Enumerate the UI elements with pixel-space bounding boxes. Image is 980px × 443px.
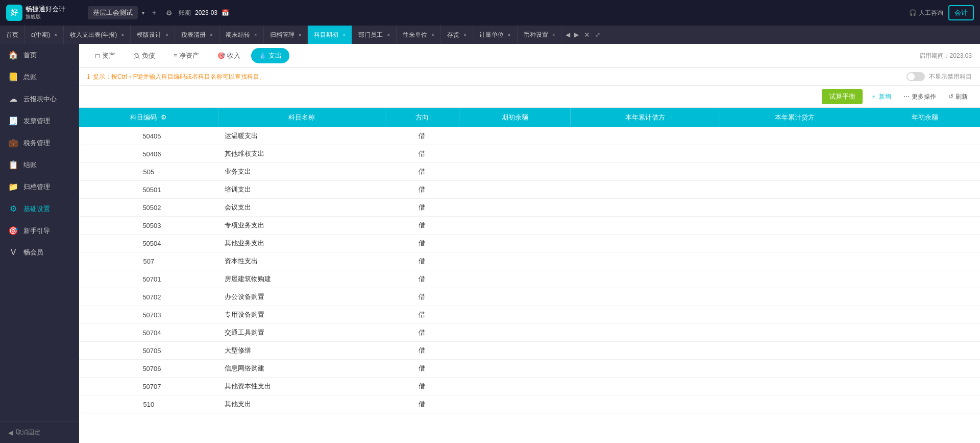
company-name[interactable]: 基层工会测试: [88, 6, 138, 19]
cell-name: 培训支出: [218, 181, 385, 199]
refresh-button[interactable]: ↺ 刷新: [944, 90, 972, 104]
table-row[interactable]: 50405 运温暖支出 借: [79, 127, 980, 145]
table-row[interactable]: 50707 其他资本性支出 借: [79, 378, 980, 395]
settings-icon[interactable]: ⚙: [164, 7, 175, 19]
cell-ytd-credit: [720, 288, 869, 306]
tab-close-icon[interactable]: ×: [552, 32, 555, 38]
tab-subject-init[interactable]: 科目期初 ×: [308, 26, 352, 44]
sub-tab-net-assets[interactable]: ≡ 净资产: [166, 48, 207, 63]
cell-ytd-debit: [571, 127, 720, 145]
table-row[interactable]: 50705 大型修缮 借: [79, 342, 980, 360]
table-row[interactable]: 50703 专用设备购置 借: [79, 306, 980, 324]
sidebar: 🏠 首页 📒 总账 ☁ 云报表中心 🧾 发票管理 💼 税务管理 📋 结账 📁 归…: [0, 44, 79, 443]
logo-text-group: 畅捷通好会计 旗舰版: [26, 5, 65, 20]
calc-balance-button[interactable]: 试算平衡: [822, 89, 863, 104]
table-row[interactable]: 50502 会议支出 借: [79, 199, 980, 217]
company-dropdown-icon[interactable]: ▾: [142, 10, 144, 16]
tab-label: 模版设计: [137, 31, 161, 39]
col-ytd-credit: 本年累计贷方: [720, 108, 869, 127]
tab-measure[interactable]: 计量单位 ×: [473, 26, 518, 44]
tab-home[interactable]: 首页: [0, 26, 25, 44]
tab-close-all-icon[interactable]: ✕: [581, 30, 593, 40]
toggle-area: 不显示禁用科目: [906, 72, 972, 81]
tab-label: 往来单位: [403, 31, 427, 39]
table-row[interactable]: 50706 信息网络购建 借: [79, 360, 980, 378]
tab-period-end[interactable]: 期末结转 ×: [219, 26, 264, 44]
help-button[interactable]: 🎧 人工咨询: [909, 9, 943, 17]
table-row[interactable]: 50501 培训支出 借: [79, 181, 980, 199]
col-settings-icon[interactable]: ⚙: [161, 113, 167, 121]
tab-close-icon[interactable]: ×: [210, 32, 213, 38]
tab-inventory[interactable]: 存货 ×: [441, 26, 473, 44]
sidebar-item-guide[interactable]: 🎯 新手引导: [0, 220, 79, 242]
tab-close-icon[interactable]: ×: [299, 32, 302, 38]
tab-close-icon[interactable]: ×: [508, 32, 511, 38]
settings-gear-icon: ⚙: [8, 204, 18, 214]
sub-tab-income[interactable]: 🎯 收入: [210, 48, 248, 63]
table-row[interactable]: 50702 办公设备购置 借: [79, 288, 980, 306]
table-row[interactable]: 50503 专项业务支出 借: [79, 217, 980, 235]
sidebar-item-archive[interactable]: 📁 归档管理: [0, 176, 79, 198]
tab-dept[interactable]: 部门员工 ×: [352, 26, 397, 44]
sub-tab-liabilities[interactable]: 负 负债: [126, 48, 163, 63]
sub-tab-assets[interactable]: ◻ 资产: [87, 48, 123, 63]
tab-close-icon[interactable]: ×: [254, 32, 257, 38]
sidebar-item-report[interactable]: ☁ 云报表中心: [0, 88, 79, 110]
tab-label: 期末结转: [226, 31, 250, 39]
tab-label: 科目期初: [314, 31, 338, 39]
kuaiji-button[interactable]: 会计: [948, 5, 974, 20]
calendar-icon[interactable]: 📅: [222, 9, 229, 16]
sidebar-label: 首页: [23, 51, 37, 60]
table-row[interactable]: 510 其他支出 借: [79, 395, 980, 413]
cell-code: 50707: [79, 378, 218, 395]
sidebar-item-tax[interactable]: 💼 税务管理: [0, 132, 79, 154]
cell-code: 50702: [79, 288, 218, 306]
tab-currency[interactable]: 币种设置 ×: [518, 26, 562, 44]
tab-expand-icon[interactable]: ⤢: [593, 30, 602, 39]
cell-year-opening: [869, 342, 980, 360]
cell-ytd-debit: [571, 163, 720, 181]
table-row[interactable]: 507 资本性支出 借: [79, 252, 980, 270]
disable-toggle[interactable]: [906, 72, 925, 81]
tab-close-icon[interactable]: ×: [463, 32, 467, 38]
sidebar-item-home[interactable]: 🏠 首页: [0, 44, 79, 66]
table-row[interactable]: 505 业务支出 借: [79, 163, 980, 181]
add-button[interactable]: ＋ 新增: [867, 90, 895, 104]
cell-ytd-debit: [571, 288, 720, 306]
tab-archive[interactable]: 归档管理 ×: [264, 26, 308, 44]
sidebar-item-member[interactable]: V 畅会员: [0, 242, 79, 263]
add-tab-icon[interactable]: ＋: [149, 6, 160, 19]
tab-close-icon[interactable]: ×: [165, 32, 168, 38]
sub-tab-expense[interactable]: 💧 支出: [251, 48, 289, 63]
tab-income-year[interactable]: 收入支出表(年报) ×: [64, 26, 131, 44]
sidebar-pin-toggle[interactable]: ◀ 取消固定: [0, 422, 79, 443]
sidebar-item-ledger[interactable]: 📒 总账: [0, 66, 79, 88]
cell-ytd-credit: [720, 378, 869, 395]
tab-close-icon[interactable]: ×: [431, 32, 434, 38]
cell-ytd-credit: [720, 306, 869, 324]
sidebar-label: 畅会员: [23, 248, 43, 257]
tab-close-icon[interactable]: ×: [121, 32, 124, 38]
tab-middle-period[interactable]: ε(中期) ×: [25, 26, 64, 44]
table-row[interactable]: 50704 交通工具购置 借: [79, 324, 980, 342]
sidebar-item-settings[interactable]: ⚙ 基础设置: [0, 198, 79, 220]
cell-opening: [459, 306, 571, 324]
tab-close-icon[interactable]: ×: [342, 32, 346, 38]
table-row[interactable]: 50504 其他业务支出 借: [79, 235, 980, 252]
top-bar: 好 畅捷通好会计 旗舰版 基层工会测试 ▾ ＋ ⚙ 账期 2023-03 📅 🎧…: [0, 0, 980, 26]
more-actions-button[interactable]: ⋯ 更多操作: [899, 90, 940, 104]
cell-year-opening: [869, 324, 980, 342]
tab-close-icon[interactable]: ×: [54, 32, 57, 38]
tab-partners[interactable]: 往来单位 ×: [397, 26, 441, 44]
table-wrapper: 科目编码 ⚙ 科目名称 方向 期初余额 本年累计借方 本年累计贷方 年初余额 5…: [79, 108, 980, 443]
tab-next-icon[interactable]: ▶: [572, 30, 581, 39]
table-row[interactable]: 50406 其他维权支出 借: [79, 145, 980, 163]
tab-tax[interactable]: 税表清册 ×: [175, 26, 219, 44]
sidebar-item-close-accounts[interactable]: 📋 结账: [0, 154, 79, 176]
tab-template[interactable]: 模版设计 ×: [131, 26, 175, 44]
tab-close-icon[interactable]: ×: [387, 32, 390, 38]
tab-prev-icon[interactable]: ◀: [564, 30, 572, 39]
cell-opening: [459, 127, 571, 145]
table-row[interactable]: 50701 房屋建筑物购建 借: [79, 270, 980, 288]
sidebar-item-invoice[interactable]: 🧾 发票管理: [0, 110, 79, 132]
